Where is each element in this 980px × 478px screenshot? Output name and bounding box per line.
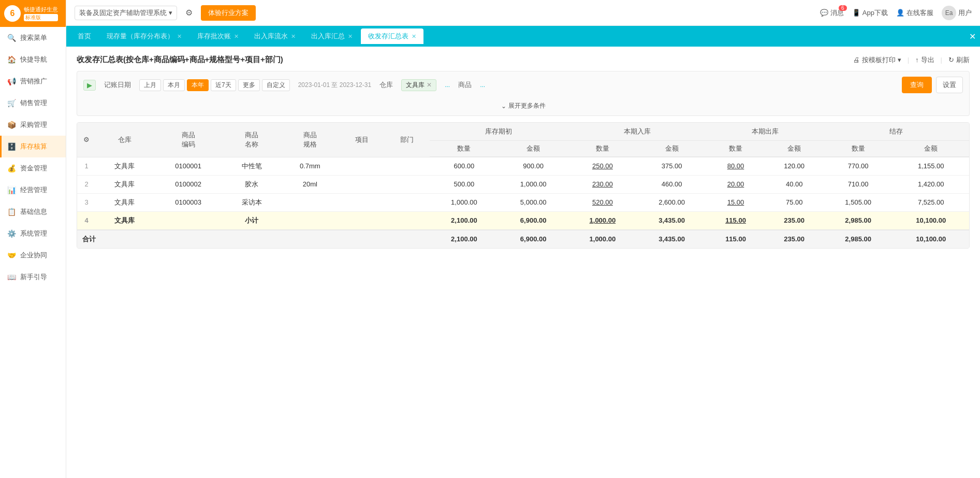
sidebar-item-marketing[interactable]: 📢营销推广 — [0, 70, 66, 92]
filter-row: ▶ 记账日期 上月本月本年近7天更多自定义 2023-01-01 至 2023-… — [83, 77, 963, 93]
print-icon: 🖨 — [853, 56, 860, 64]
col-outbound-header: 本期出库 — [706, 123, 823, 141]
date-option-上月[interactable]: 上月 — [139, 79, 161, 91]
row-in-qty[interactable]: 520.00 — [568, 193, 637, 211]
warehouse-tag-close-icon[interactable]: ✕ — [427, 81, 432, 89]
marketing-icon: 📢 — [7, 77, 16, 86]
date-option-本月[interactable]: 本月 — [163, 79, 185, 91]
refresh-icon: ↻ — [948, 56, 954, 64]
user-action[interactable]: Ea 用户 — [942, 6, 972, 20]
sidebar-item-search[interactable]: 🔍搜索菜单 — [0, 27, 66, 49]
topbar-actions: 💬 消息 6 📱 App下载 👤 在线客服 Ea 用户 — [820, 6, 972, 20]
sidebar-item-operation[interactable]: 📊经营管理 — [0, 179, 66, 201]
online-service-action[interactable]: 👤 在线客服 — [896, 8, 933, 18]
try-industry-button[interactable]: 体验行业方案 — [201, 5, 256, 21]
table-row: 2 文具库 0100002 胶水 20ml 500.00 1,000.00 23… — [77, 175, 969, 193]
sidebar-item-guide[interactable]: 📖新手引导 — [0, 266, 66, 288]
system-selector[interactable]: 装备及固定资产辅助管理系统 ▾ — [75, 6, 177, 20]
export-icon: ↑ — [915, 56, 919, 64]
sidebar-item-label: 营销推广 — [20, 77, 47, 86]
refresh-button[interactable]: ↻ 刷新 — [948, 55, 970, 65]
row-out-amt: 120.00 — [765, 157, 824, 175]
footer-in-qty: 1,000.00 — [568, 230, 637, 248]
logo-badge: 标准版 — [24, 14, 58, 21]
date-option-自定义[interactable]: 自定义 — [262, 79, 290, 91]
date-option-本年[interactable]: 本年 — [187, 79, 209, 91]
sidebar-item-label: 采购管理 — [20, 120, 47, 129]
tab-1[interactable]: 现存量（库存分布表）✕ — [99, 28, 189, 44]
col-inbound-header: 本期入库 — [568, 123, 706, 141]
tab-2[interactable]: 库存批次账✕ — [190, 28, 246, 44]
row-name: 采访本 — [223, 193, 281, 211]
close-all-tabs-button[interactable]: ✕ — [969, 32, 976, 41]
col-warehouse-header: 仓库 — [96, 123, 154, 157]
col-in-amt-header: 金额 — [637, 141, 707, 157]
col-name-header: 商品名称 — [223, 123, 281, 157]
sidebar-item-label: 企业协同 — [20, 251, 47, 260]
tab-label: 出入库汇总 — [311, 32, 345, 41]
query-button[interactable]: 查询 — [902, 77, 932, 93]
date-option-近7天[interactable]: 近7天 — [211, 79, 236, 91]
sidebar-item-label: 系统管理 — [20, 229, 47, 238]
tab-3[interactable]: 出入库流水✕ — [247, 28, 303, 44]
row-spec — [281, 193, 339, 211]
sidebar-item-quick-nav[interactable]: 🏠快捷导航 — [0, 49, 66, 70]
sidebar-item-collab[interactable]: 🤝企业协同 — [0, 244, 66, 266]
sidebar-item-inventory[interactable]: 🗄️库存核算 — [0, 136, 66, 157]
row-in-qty[interactable]: 230.00 — [568, 175, 637, 193]
gear-icon[interactable]: ⚙ — [181, 5, 197, 21]
goods-more[interactable]: ... — [480, 81, 485, 89]
tab-5[interactable]: 收发存汇总表✕ — [361, 28, 423, 44]
sidebar-item-label: 库存核算 — [20, 142, 47, 151]
row-out-amt: 75.00 — [765, 193, 824, 211]
footer-in-amt: 3,435.00 — [637, 230, 707, 248]
sidebar-logo: 6 畅捷通好生意 标准版 — [0, 0, 66, 27]
setting-button[interactable]: 设置 — [936, 77, 963, 93]
warehouse-more[interactable]: ... — [445, 81, 450, 89]
sidebar-item-purchase[interactable]: 📦采购管理 — [0, 114, 66, 136]
row-out-qty[interactable]: 20.00 — [706, 175, 765, 193]
col-out-qty-header: 数量 — [706, 141, 765, 157]
tab-4[interactable]: 出入库汇总✕ — [304, 28, 360, 44]
tab-close-icon[interactable]: ✕ — [412, 33, 416, 40]
tab-0[interactable]: 首页 — [70, 28, 98, 44]
export-button[interactable]: ↑ 导出 — [915, 55, 934, 65]
table-row: 4 文具库 小计 2,100.00 6,900.00 1,000.00 3,43… — [77, 211, 969, 230]
app-download-action[interactable]: 📱 App下载 — [852, 8, 888, 18]
col-settings-header[interactable]: ⚙ — [77, 123, 96, 157]
sidebar-item-basic[interactable]: 📋基础信息 — [0, 201, 66, 223]
row-num: 3 — [77, 193, 96, 211]
row-out-qty[interactable]: 80.00 — [706, 157, 765, 175]
tab-close-icon[interactable]: ✕ — [177, 33, 182, 40]
warehouse-tag[interactable]: 文具库 ✕ — [401, 79, 436, 91]
tabs-container: 首页现存量（库存分布表）✕库存批次账✕出入库流水✕出入库汇总✕收发存汇总表✕ — [70, 28, 968, 44]
sidebar-item-finance[interactable]: 💰资金管理 — [0, 157, 66, 179]
expand-conditions-button[interactable]: ⌄ 展开更多条件 — [501, 102, 546, 110]
col-project-header: 项目 — [339, 123, 384, 157]
row-num: 2 — [77, 175, 96, 193]
print-label: 按模板打印 — [862, 55, 896, 65]
sidebar-item-label: 基础信息 — [20, 207, 47, 216]
tabbar: 首页现存量（库存分布表）✕库存批次账✕出入库流水✕出入库汇总✕收发存汇总表✕ ✕ — [66, 26, 980, 47]
row-spec — [281, 211, 339, 230]
tab-close-icon[interactable]: ✕ — [348, 33, 353, 40]
sidebar-item-system[interactable]: ⚙️系统管理 — [0, 223, 66, 244]
tab-close-icon[interactable]: ✕ — [291, 33, 296, 40]
col-spec-header: 商品规格 — [281, 123, 339, 157]
table-row: 1 文具库 0100001 中性笔 0.7mm 600.00 900.00 25… — [77, 157, 969, 175]
row-out-qty[interactable]: 15.00 — [706, 193, 765, 211]
print-button[interactable]: 🖨 按模板打印 ▾ — [853, 55, 901, 65]
sidebar-item-label: 销售管理 — [20, 98, 47, 108]
date-option-更多[interactable]: 更多 — [238, 79, 260, 91]
filter-expand-arrow[interactable]: ▶ — [83, 80, 96, 91]
col-balance-header: 结存 — [824, 123, 969, 141]
operation-icon: 📊 — [7, 185, 16, 195]
message-action[interactable]: 💬 消息 6 — [820, 8, 844, 18]
tab-close-icon[interactable]: ✕ — [234, 33, 239, 40]
date-range: 2023-01-01 至 2023-12-31 — [298, 81, 371, 90]
row-init-qty: 2,100.00 — [430, 211, 499, 230]
row-num: 1 — [77, 157, 96, 175]
sidebar-item-sales[interactable]: 🛒销售管理 — [0, 92, 66, 114]
filter-toggle-icon[interactable]: ▶ — [83, 80, 96, 91]
row-in-qty[interactable]: 250.00 — [568, 157, 637, 175]
